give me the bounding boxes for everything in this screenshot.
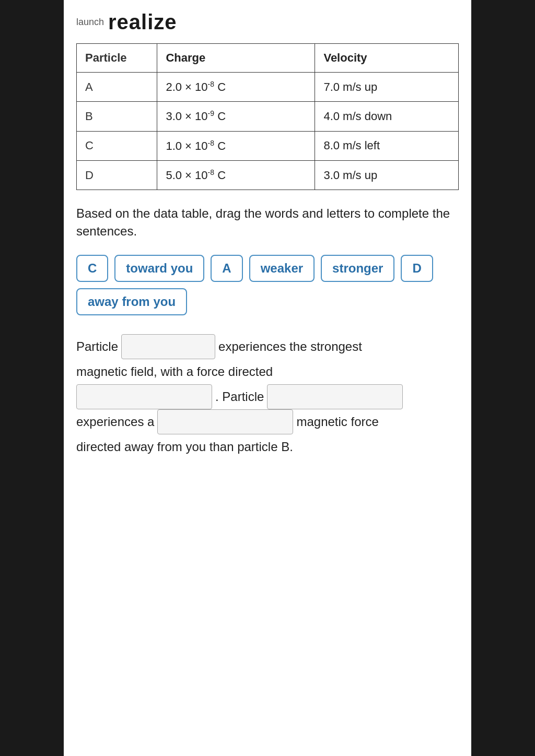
col-header-charge: Charge — [157, 44, 315, 73]
charge-b: 3.0 × 10-9 C — [157, 102, 315, 131]
table-row: D 5.0 × 10-8 C 3.0 m/s up — [77, 160, 459, 190]
table-row: B 3.0 × 10-9 C 4.0 m/s down — [77, 102, 459, 131]
table-row: A 2.0 × 10-8 C 7.0 m/s up — [77, 73, 459, 102]
realize-label: realize — [108, 10, 177, 34]
chip-away-from-you[interactable]: away from you — [76, 288, 187, 315]
drop-box-strength[interactable] — [157, 409, 293, 434]
particle-c: C — [77, 131, 157, 160]
drag-chips-area: C toward you A weaker stronger D away fr… — [76, 255, 459, 315]
sentence-experiences-a: experiences a — [76, 409, 154, 434]
col-header-velocity: Velocity — [315, 44, 459, 73]
sentence-particle-2-label: . Particle — [215, 384, 264, 409]
charge-a: 2.0 × 10-8 C — [157, 73, 315, 102]
instructions-text: Based on the data table, drag the words … — [76, 205, 459, 240]
sentence-directed-away: directed away from you than particle B. — [76, 434, 293, 459]
sentence-area: Particle experiences the strongest magne… — [76, 334, 459, 459]
sentence-magnetic-field: magnetic field, with a force directed — [76, 359, 273, 384]
chip-d[interactable]: D — [401, 255, 433, 282]
chip-toward-you[interactable]: toward you — [114, 255, 204, 282]
sentence-line-5: directed away from you than particle B. — [76, 434, 459, 459]
charge-d: 5.0 × 10-8 C — [157, 160, 315, 190]
sentence-line-2: magnetic field, with a force directed — [76, 359, 459, 384]
drop-box-particle-1[interactable] — [121, 334, 215, 359]
drop-box-direction[interactable] — [76, 384, 212, 409]
launch-label: launch — [76, 17, 104, 28]
sentence-magnetic-force: magnetic force — [296, 409, 378, 434]
table-row: C 1.0 × 10-8 C 8.0 m/s left — [77, 131, 459, 160]
chip-weaker[interactable]: weaker — [249, 255, 315, 282]
particle-d: D — [77, 160, 157, 190]
chip-c[interactable]: C — [76, 255, 108, 282]
sentence-line-4: experiences a magnetic force — [76, 409, 459, 434]
chip-stronger[interactable]: stronger — [321, 255, 394, 282]
charge-c: 1.0 × 10-8 C — [157, 131, 315, 160]
particle-b: B — [77, 102, 157, 131]
drop-box-particle-2[interactable] — [267, 384, 403, 409]
sentence-particle-1: Particle — [76, 334, 118, 359]
sentence-line-1: Particle experiences the strongest — [76, 334, 459, 359]
sentence-line-3: . Particle — [76, 384, 459, 409]
data-table: Particle Charge Velocity A 2.0 × 10-8 C … — [76, 43, 459, 190]
velocity-c: 8.0 m/s left — [315, 131, 459, 160]
velocity-d: 3.0 m/s up — [315, 160, 459, 190]
phone-container: launch realize Particle Charge Velocity … — [64, 0, 471, 756]
header-bar: launch realize — [76, 10, 459, 34]
particle-a: A — [77, 73, 157, 102]
velocity-a: 7.0 m/s up — [315, 73, 459, 102]
velocity-b: 4.0 m/s down — [315, 102, 459, 131]
sentence-experiences-strongest: experiences the strongest — [218, 334, 362, 359]
col-header-particle: Particle — [77, 44, 157, 73]
chip-a[interactable]: A — [211, 255, 242, 282]
